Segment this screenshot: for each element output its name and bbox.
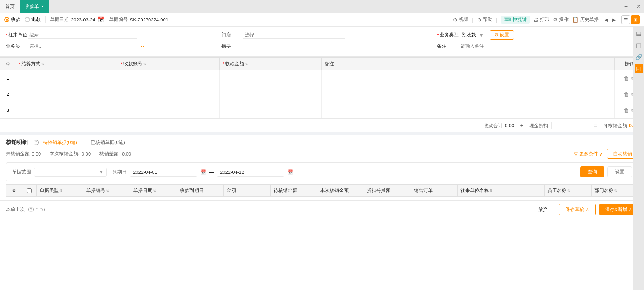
date-end-input[interactable] (217, 168, 284, 177)
date-label: 单据日期 (50, 16, 69, 23)
completed-tab[interactable]: 已核销单据(0笔) (91, 139, 125, 146)
sort-company-icon[interactable]: ⇅ (490, 189, 492, 193)
delete-icon-3[interactable]: 🗑 (624, 107, 629, 114)
row-settlement-2[interactable] (16, 86, 118, 102)
settings-btn[interactable]: ⚙ 设置 (490, 30, 514, 40)
tab-home[interactable]: 首页 (0, 0, 20, 13)
date-start-input[interactable] (130, 168, 197, 177)
bottom-info: 本单上次 ? 0.00 (6, 206, 45, 213)
filter-icon: ▽ (574, 151, 578, 157)
radio-refund-dot (25, 17, 30, 22)
verify-info-icon[interactable]: ? (34, 140, 39, 145)
tab-receipt[interactable]: 收款单 × (20, 0, 49, 13)
sort-employee-icon[interactable]: ⇅ (567, 189, 570, 193)
abandon-btn[interactable]: 放弃 (531, 204, 555, 215)
summary-label: 摘要 (221, 43, 243, 50)
business-type-dropdown[interactable]: ▼ (479, 32, 484, 38)
salesperson-input[interactable] (28, 43, 137, 50)
main-content: 收款 退款 单据日期 2023-03-24 📅 单据编号 SK-20230324… (0, 13, 644, 290)
total-label: 收款合计 (484, 122, 503, 129)
tab-receipt-label: 收款单 (25, 3, 39, 10)
equals-sign: = (594, 122, 597, 129)
rpanel-link-icon[interactable]: 🔗 (635, 52, 643, 61)
filter-row: 单据范围 ▼ 到期日 📅 — 📅 查询 (6, 162, 638, 181)
filter-buttons: 查询 设置 (580, 166, 632, 177)
maximize-icon[interactable]: □ (631, 3, 634, 10)
rpanel-layout-icon[interactable]: ◫ (635, 41, 643, 50)
save-new-btn[interactable]: 保存&新增 ∧ (599, 204, 638, 215)
diff-item: 核销差额: 0.00 (99, 150, 131, 157)
sort-num-icon[interactable]: ⇅ (106, 189, 109, 193)
salesperson-more-btn[interactable]: ··· (137, 43, 146, 50)
salesperson-field: 业务员 ··· (6, 43, 207, 50)
row-remark-2[interactable] (322, 86, 615, 102)
discount-input[interactable] (551, 122, 588, 129)
note-input[interactable] (459, 43, 638, 50)
counterparty-input[interactable] (28, 31, 137, 39)
tab-close-icon[interactable]: × (41, 4, 44, 9)
delete-icon-1[interactable]: 🗑 (624, 75, 629, 82)
available-label: 可核销金额 (603, 122, 627, 129)
number-value[interactable]: SK-20230324-001 (130, 17, 169, 23)
radio-receipt[interactable]: 收款 (4, 16, 20, 23)
row-account-2[interactable] (118, 86, 220, 102)
pending-tab[interactable]: 待核销单据(0笔) (43, 139, 77, 146)
rpanel-expand-icon[interactable]: ◱ (635, 64, 643, 73)
row-account-3[interactable] (118, 102, 220, 118)
sort-icon-amount[interactable]: ⇅ (245, 62, 248, 66)
row-remark-3[interactable] (322, 102, 615, 118)
sort-icon-account[interactable]: ⇅ (143, 62, 146, 66)
row-settlement-3[interactable] (16, 102, 118, 118)
rpanel-table-icon[interactable]: ▤ (635, 29, 643, 38)
filter-settings-btn[interactable]: 设置 (607, 166, 632, 177)
bottom-info-icon[interactable]: ? (28, 207, 34, 212)
operation-btn[interactable]: ⚙ 操作 (553, 16, 569, 23)
form-area: 往来单位 ··· 门店 ··· 业务类型 预收款 ▼ ⚙ 设置 (0, 27, 644, 57)
next-arrow[interactable]: ▶ (610, 16, 618, 23)
store-more-btn[interactable]: ··· (345, 32, 354, 38)
shortcut-btn[interactable]: ⌨ 快捷键 (501, 16, 530, 24)
date-value[interactable]: 2023-03-24 (71, 17, 95, 23)
video-btn[interactable]: ⊙ 视频 (453, 16, 468, 23)
minimize-icon[interactable]: − (624, 3, 628, 10)
row-remark-1[interactable] (322, 70, 615, 86)
prev-arrow[interactable]: ◀ (602, 16, 610, 23)
bottom-bar: 本单上次 ? 0.00 放弃 保存草稿 ∧ 保存&新增 ∧ (0, 200, 644, 218)
list-view-btn[interactable]: ☰ (621, 15, 630, 24)
this-cancel-label: 本次核销金额: (50, 150, 79, 157)
dth-type: 单据类型 ⇅ (37, 185, 83, 196)
row-amount-2[interactable] (220, 86, 322, 102)
row-amount-3[interactable] (220, 102, 322, 118)
range-select[interactable]: ▼ (34, 168, 107, 177)
calendar-end-icon[interactable]: 📅 (287, 169, 293, 175)
history-btn[interactable]: 📋 历史单据 (572, 16, 599, 23)
query-btn[interactable]: 查询 (580, 166, 604, 177)
counterparty-more-btn[interactable]: ··· (137, 32, 146, 38)
select-all-checkbox[interactable] (27, 188, 32, 193)
row-amount-1[interactable] (220, 70, 322, 86)
table-row-2: 2 🗑 ⧉ (0, 86, 644, 102)
calendar-start-icon[interactable]: 📅 (200, 169, 206, 175)
row-settlement-1[interactable] (16, 70, 118, 86)
tab-bar-right: − □ × (624, 3, 644, 10)
print-btn[interactable]: 🖨 打印 (533, 16, 549, 23)
sort-date-icon[interactable]: ⇅ (153, 189, 156, 193)
store-input[interactable] (243, 31, 345, 39)
dth-gear[interactable]: ⚙ (6, 185, 22, 196)
dth-check[interactable] (22, 185, 37, 196)
grid-view-btn[interactable]: ⊞ (631, 15, 640, 24)
save-draft-btn[interactable]: 保存草稿 ∧ (559, 204, 596, 215)
calendar-icon[interactable]: 📅 (98, 16, 105, 23)
sort-type-icon[interactable]: ⇅ (59, 189, 62, 193)
help-btn[interactable]: ⊙ 帮助 (477, 16, 492, 23)
summary-input[interactable] (243, 43, 389, 50)
window-close-icon[interactable]: × (637, 3, 640, 10)
delete-icon-2[interactable]: 🗑 (624, 91, 629, 98)
row-account-1[interactable] (118, 70, 220, 86)
sort-icon-settlement[interactable]: ⇅ (41, 62, 44, 66)
radio-refund[interactable]: 退款 (25, 16, 41, 23)
sort-dept-icon[interactable]: ⇅ (614, 189, 617, 193)
more-conditions-btn[interactable]: ▽ 更多条件 ∧ (574, 150, 603, 157)
th-gear[interactable]: ⚙ (0, 58, 16, 70)
th-account: 收款账号 ⇅ (118, 58, 220, 70)
